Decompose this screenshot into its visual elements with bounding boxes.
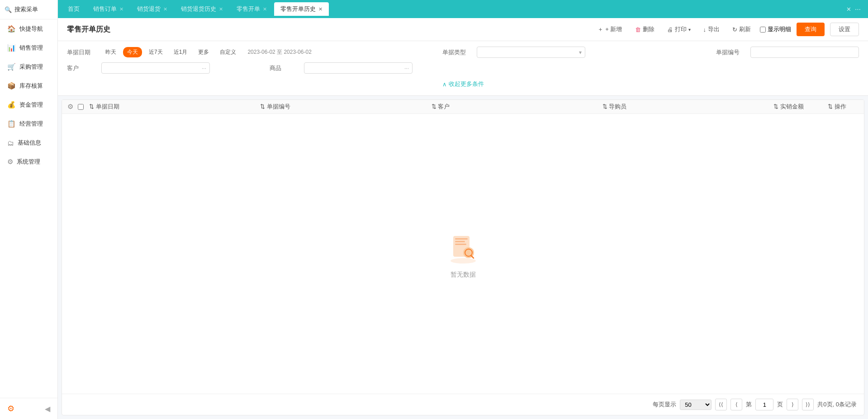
close-window-icon[interactable]: ✕ xyxy=(846,6,851,13)
sidebar-item-purchase-mgmt[interactable]: 🛒采购管理 xyxy=(0,57,57,76)
tab-close-sales-return-history[interactable]: ✕ xyxy=(219,6,223,12)
doc-no-input[interactable] xyxy=(750,47,859,58)
tab-retail-history[interactable]: 零售开单历史✕ xyxy=(274,2,329,16)
first-page-button[interactable]: ⟨⟨ xyxy=(715,399,727,410)
sidebar-item-inventory[interactable]: 📦库存核算 xyxy=(0,76,57,95)
print-button[interactable]: 🖨 打印 ▾ xyxy=(664,24,694,35)
doc-type-select-wrapper: ▾ xyxy=(477,47,585,58)
table-header-bar: ⚙ ⇅ 单据日期⇅ 单据编号⇅ 客户⇅ 导购员⇅ 实销金额⇅ 操作 xyxy=(62,100,864,114)
sidebar-item-quick-nav[interactable]: 🏠快捷导航 xyxy=(0,19,57,38)
col-header-action: ⇅ 操作 xyxy=(822,103,859,111)
page-size-select[interactable]: 102050100 xyxy=(680,400,711,410)
sort-icon-no[interactable]: ⇅ xyxy=(260,103,265,110)
page-input[interactable] xyxy=(755,399,773,410)
query-button[interactable]: 查询 xyxy=(797,23,825,36)
home-tab-label: 首页 xyxy=(68,5,80,13)
search-menu-item[interactable]: 🔍 搜索采单 xyxy=(0,0,57,19)
settings-icon[interactable]: ⚙ xyxy=(7,404,14,414)
tab-close-sales-order[interactable]: ✕ xyxy=(119,6,123,12)
sidebar-label-quick-nav: 快捷导航 xyxy=(19,25,43,33)
tab-close-retail-open[interactable]: ✕ xyxy=(263,6,267,12)
per-page-label: 每页显示 xyxy=(653,400,676,409)
tab-retail-open[interactable]: 零售开单✕ xyxy=(230,2,273,16)
settings-button[interactable]: 设置 xyxy=(830,23,859,36)
export-button[interactable]: ↓ 导出 xyxy=(700,24,724,35)
sidebar-item-sales-mgmt[interactable]: 📊销售管理 xyxy=(0,38,57,57)
date-btn-近7天[interactable]: 近7天 xyxy=(145,47,167,57)
sidebar: 🔍 搜索采单 🏠快捷导航📊销售管理🛒采购管理📦库存核算💰资金管理📋经营管理🗂基础… xyxy=(0,0,58,419)
col-header-date: ⇅ 单据日期 xyxy=(84,103,255,111)
collapse-sidebar-icon[interactable]: ◀ xyxy=(45,405,50,413)
col-header-no: ⇅ 单据编号 xyxy=(255,103,426,111)
sidebar-icon-basic-info: 🗂 xyxy=(7,139,14,147)
doc-type-select[interactable] xyxy=(477,47,585,58)
chevron-up-icon: ∧ xyxy=(442,81,447,88)
date-btn-今天[interactable]: 今天 xyxy=(123,47,142,57)
tab-label-sales-return: 销货退货 xyxy=(137,5,161,13)
sidebar-icon-operation: 📋 xyxy=(7,120,16,128)
col-header-customer: ⇅ 客户 xyxy=(426,103,597,111)
filter-row-2: 客户 ··· 商品 ··· xyxy=(67,62,859,74)
sidebar-label-operation: 经营管理 xyxy=(19,120,43,128)
col-header-guide: ⇅ 导购员 xyxy=(597,103,768,111)
date-btn-更多[interactable]: 更多 xyxy=(194,47,213,57)
sidebar-item-basic-info[interactable]: 🗂基础信息 xyxy=(0,133,57,152)
add-button[interactable]: ＋ + 新增 xyxy=(594,24,626,35)
date-filter-buttons: 昨天今天近7天近1月更多自定义 xyxy=(101,47,240,57)
date-btn-昨天[interactable]: 昨天 xyxy=(101,47,120,57)
svg-point-0 xyxy=(451,258,476,264)
sidebar-icon-quick-nav: 🏠 xyxy=(7,25,16,33)
last-page-button[interactable]: ⟩⟩ xyxy=(802,399,814,410)
doc-no-label: 单据编号 xyxy=(716,48,743,56)
tab-close-sales-return[interactable]: ✕ xyxy=(163,6,167,12)
sort-icon-action[interactable]: ⇅ xyxy=(828,103,833,110)
select-all-checkbox[interactable] xyxy=(78,104,84,110)
next-page-button[interactable]: ⟩ xyxy=(787,399,798,410)
sort-icon-guide[interactable]: ⇅ xyxy=(602,103,607,110)
page-title: 零售开单历史 xyxy=(67,25,110,34)
sort-icon-customer[interactable]: ⇅ xyxy=(432,103,436,110)
goods-input[interactable] xyxy=(304,62,413,74)
tab-sales-return[interactable]: 销货退货✕ xyxy=(131,2,174,16)
print-dropdown-icon: ▾ xyxy=(688,27,691,32)
sidebar-footer: ⚙ ◀ xyxy=(0,398,57,419)
display-toggle[interactable]: 显示明细 xyxy=(760,25,791,33)
doc-type-label: 单据类型 xyxy=(442,48,470,56)
empty-icon xyxy=(445,229,481,265)
sidebar-icon-purchase-mgmt: 🛒 xyxy=(7,63,16,71)
tab-sales-order[interactable]: 销售订单✕ xyxy=(87,2,130,16)
top-nav-right: ✕ ⋯ xyxy=(846,6,864,13)
table-settings-icon[interactable]: ⚙ xyxy=(67,103,73,111)
col-header-amount: ⇅ 实销金额 xyxy=(768,103,822,111)
tab-label-retail-history: 零售开单历史 xyxy=(280,5,316,13)
sort-icon-amount[interactable]: ⇅ xyxy=(773,103,778,110)
date-btn-近1月[interactable]: 近1月 xyxy=(170,47,192,57)
more-options-icon[interactable]: ⋯ xyxy=(855,6,861,13)
empty-text: 暂无数据 xyxy=(451,271,476,279)
refresh-button[interactable]: ↻ 刷新 xyxy=(729,24,754,35)
filter-row-1: 单据日期 昨天今天近7天近1月更多自定义 2023-06-02 至 2023-0… xyxy=(67,47,859,58)
sidebar-item-finance[interactable]: 💰资金管理 xyxy=(0,95,57,114)
collapse-filter-button[interactable]: ∧ 收起更多条件 xyxy=(67,78,859,90)
sidebar-icon-inventory: 📦 xyxy=(7,82,16,90)
delete-button[interactable]: 🗑 删除 xyxy=(631,24,658,35)
refresh-icon: ↻ xyxy=(732,26,737,33)
prev-page-button[interactable]: ⟨ xyxy=(730,399,742,410)
date-btn-自定义[interactable]: 自定义 xyxy=(216,47,240,57)
sidebar-item-sys-mgmt[interactable]: ⚙系统管理 xyxy=(0,152,57,171)
sidebar-item-operation[interactable]: 📋经营管理 xyxy=(0,114,57,133)
tab-close-retail-history[interactable]: ✕ xyxy=(318,6,323,12)
table-area: ⚙ ⇅ 单据日期⇅ 单据编号⇅ 客户⇅ 导购员⇅ 实销金额⇅ 操作 暂无数据 xyxy=(62,99,864,415)
date-filter-label: 单据日期 xyxy=(67,48,94,56)
sort-icon-date[interactable]: ⇅ xyxy=(89,103,94,110)
goods-label: 商品 xyxy=(270,64,297,72)
search-label: 搜索采单 xyxy=(14,5,38,14)
display-checkbox[interactable] xyxy=(760,27,766,33)
sidebar-label-basic-info: 基础信息 xyxy=(18,139,41,147)
page-area: 零售开单历史 ＋ + 新增 🗑 删除 🖨 打印 ▾ ↓ 导出 xyxy=(58,18,868,419)
print-icon: 🖨 xyxy=(667,26,673,33)
tab-home[interactable]: 首页 xyxy=(62,2,86,16)
customer-input[interactable] xyxy=(101,62,210,74)
tab-sales-return-history[interactable]: 销货退货历史✕ xyxy=(175,2,229,16)
tab-label-sales-order: 销售订单 xyxy=(93,5,117,13)
